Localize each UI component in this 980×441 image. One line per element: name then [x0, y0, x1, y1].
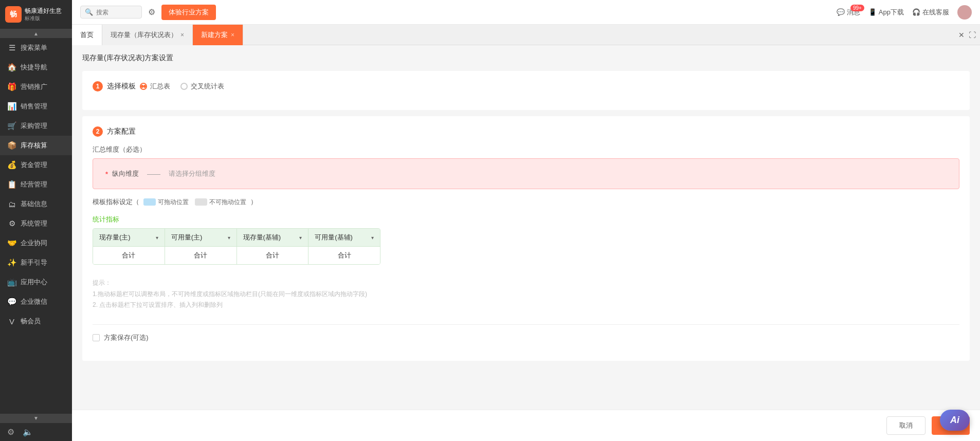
- ai-label: Ai: [950, 415, 959, 425]
- search-box[interactable]: 🔍: [80, 6, 142, 19]
- chevron-down-icon-1[interactable]: ▾: [228, 235, 230, 241]
- save-row: 方案保存(可选): [93, 333, 959, 342]
- sidebar-item-appcenter[interactable]: 📺 应用中心: [0, 272, 72, 292]
- stats-section: 统计指标 现存量(主) ▾ 可用量(主) ▾ 现存量(基辅): [93, 215, 959, 266]
- stats-col-0-label: 现存量(主): [99, 233, 131, 242]
- legend-draggable: 可拖动位置: [143, 198, 189, 207]
- stats-cell-0: 合计: [93, 247, 165, 264]
- save-checkbox[interactable]: [93, 334, 100, 341]
- close-window-icon[interactable]: ✕: [958, 31, 965, 39]
- step1-badge: 1: [93, 81, 103, 91]
- headset-icon: 🎧: [912, 8, 920, 16]
- chevron-down-icon-3[interactable]: ▾: [371, 235, 374, 241]
- trial-button[interactable]: 体验行业方案: [161, 5, 216, 20]
- vertical-dim-dash: ——: [147, 170, 160, 178]
- stats-col-3[interactable]: 可用量(基辅) ▾: [308, 229, 380, 246]
- settings-gear-icon[interactable]: ⚙: [148, 7, 155, 17]
- sidebar-item-operations[interactable]: 📋 经营管理: [0, 175, 72, 194]
- sidebar-scroll-down[interactable]: ▼: [0, 414, 72, 422]
- sidebar-item-quicknav[interactable]: 🏠 快捷导航: [0, 58, 72, 77]
- stats-title: 统计指标: [93, 215, 959, 224]
- sidebar-item-label: 企业协同: [21, 238, 47, 248]
- stats-table-header: 现存量(主) ▾ 可用量(主) ▾ 现存量(基辅) ▾ 可用量(基辅): [93, 229, 380, 246]
- app-logo-text: 畅康通好生意 标准版: [25, 7, 62, 22]
- tab-home[interactable]: 首页: [72, 25, 102, 45]
- radio-cross[interactable]: 交叉统计表: [180, 82, 224, 91]
- sidebar-item-finance[interactable]: 💰 资金管理: [0, 155, 72, 175]
- search-icon: 🔍: [85, 8, 93, 16]
- sidebar-item-system[interactable]: ⚙ 系统管理: [0, 214, 72, 233]
- stats-col-0[interactable]: 现存量(主) ▾: [93, 229, 165, 246]
- sidebar-item-label: 企业微信: [21, 297, 47, 306]
- vertical-dim-placeholder: 请选择分组维度: [169, 169, 215, 178]
- stats-table-body: 合计 合计 合计 合计: [93, 246, 380, 264]
- sidebar-item-inventory[interactable]: 📦 库存核算: [0, 136, 72, 155]
- message-button[interactable]: 💬 消息 99+: [837, 8, 860, 17]
- draggable-legend-box: [143, 198, 156, 206]
- sidebar-item-member[interactable]: V 畅会员: [0, 311, 72, 331]
- radio-cross-circle: [180, 83, 188, 90]
- stats-col-3-label: 可用量(基辅): [315, 233, 353, 242]
- sidebar-item-marketing[interactable]: 🎁 营销推广: [0, 77, 72, 97]
- online-service-button[interactable]: 🎧 在线客服: [912, 8, 949, 17]
- sidebar-item-label: 采购管理: [21, 121, 47, 131]
- radio-cross-label: 交叉统计表: [191, 82, 224, 91]
- sidebar-item-label: 资金管理: [21, 160, 47, 170]
- tab-new-plan-close[interactable]: ×: [231, 31, 234, 39]
- tab-new-plan[interactable]: 新建方案 ×: [193, 25, 243, 45]
- topbar-right: 💬 消息 99+ 📱 App下载 🎧 在线客服: [837, 5, 972, 20]
- stats-cell-3: 合计: [308, 247, 380, 264]
- sidebar-item-basicinfo[interactable]: 🗂 基础信息: [0, 194, 72, 214]
- legend-draggable-label: 可拖动位置: [158, 198, 189, 207]
- sidebar: 畅 畅康通好生意 标准版 ▲ ☰ 搜索菜单 🏠 快捷导航 🎁 营销推广 📊 销售…: [0, 0, 72, 441]
- app-download-button[interactable]: 📱 App下载: [868, 8, 904, 17]
- search-input[interactable]: [96, 9, 137, 16]
- settings-icon[interactable]: ⚙: [7, 427, 14, 437]
- legend-non-draggable: 不可拖动位置: [195, 198, 246, 207]
- app-download-label: App下载: [879, 8, 904, 17]
- tip-2: 2. 点击标题栏下拉可设置排序、插入列和删除列: [93, 300, 959, 311]
- vertical-dim-area[interactable]: * 纵向维度 —— 请选择分组维度: [93, 158, 959, 189]
- tips-section: 提示： 1.拖动标题栏可以调整布局，不可跨维度或指标区域拖动栏目(只能在同一维度…: [93, 272, 959, 316]
- radio-summary[interactable]: 汇总表: [140, 82, 170, 91]
- tab-inventory-close[interactable]: ×: [180, 31, 184, 39]
- gear-icon: ⚙: [7, 219, 16, 228]
- cancel-button[interactable]: 取消: [886, 416, 925, 435]
- sidebar-scroll-up[interactable]: ▲: [0, 29, 72, 38]
- sidebar-item-enterprise[interactable]: 🤝 企业协同: [0, 233, 72, 253]
- cart-icon: 🛒: [7, 121, 16, 131]
- stats-col-2[interactable]: 现存量(基辅) ▾: [237, 229, 309, 246]
- user-avatar[interactable]: [957, 5, 972, 20]
- expand-window-icon[interactable]: ⛶: [969, 31, 976, 39]
- main-area: 🔍 ⚙ 体验行业方案 💬 消息 99+ 📱 App下载 🎧 在线客服: [72, 0, 980, 441]
- step2-card: 2 方案配置 汇总维度（必选） * 纵向维度 —— 请选择分组维度 模板指标设定…: [82, 116, 970, 361]
- step2-badge: 2: [93, 126, 103, 137]
- summary-dim-label: 汇总维度（必选）: [93, 145, 959, 154]
- member-icon: V: [7, 317, 16, 326]
- chevron-down-icon-0[interactable]: ▾: [156, 235, 158, 241]
- step2-title: 方案配置: [107, 127, 136, 136]
- indicator-settings: 模板指标设定（ 可拖动位置 不可拖动位置 ）: [93, 197, 959, 207]
- folder-icon: 🗂: [7, 199, 16, 209]
- app-version: 标准版: [25, 15, 62, 22]
- tips-title: 提示：: [93, 278, 959, 289]
- vertical-dim-label: 纵向维度: [112, 169, 139, 178]
- sidebar-item-sales[interactable]: 📊 销售管理: [0, 97, 72, 116]
- tv-icon: 📺: [7, 278, 16, 287]
- ai-bubble[interactable]: Ai: [940, 410, 970, 431]
- sidebar-item-purchase[interactable]: 🛒 采购管理: [0, 116, 72, 136]
- radio-summary-circle: [140, 83, 147, 90]
- sidebar-item-guide[interactable]: ✨ 新手引导: [0, 253, 72, 272]
- sidebar-item-search[interactable]: ☰ 搜索菜单: [0, 38, 72, 58]
- step1-header: 1 选择模板 汇总表 交叉统计表: [93, 81, 959, 91]
- stats-col-1[interactable]: 可用量(主) ▾: [165, 229, 237, 246]
- indicator-label-suffix: ）: [250, 197, 257, 207]
- tab-inventory[interactable]: 现存量（库存状况表） ×: [102, 25, 193, 45]
- chat-icon: 💬: [7, 297, 16, 306]
- sidebar-item-label: 系统管理: [21, 219, 47, 228]
- chevron-down-icon-2[interactable]: ▾: [299, 235, 302, 241]
- sidebar-item-wechat[interactable]: 💬 企业微信: [0, 292, 72, 311]
- tab-new-plan-label: 新建方案: [201, 30, 228, 40]
- sound-icon[interactable]: 🔈: [23, 427, 33, 437]
- required-star: *: [105, 170, 108, 178]
